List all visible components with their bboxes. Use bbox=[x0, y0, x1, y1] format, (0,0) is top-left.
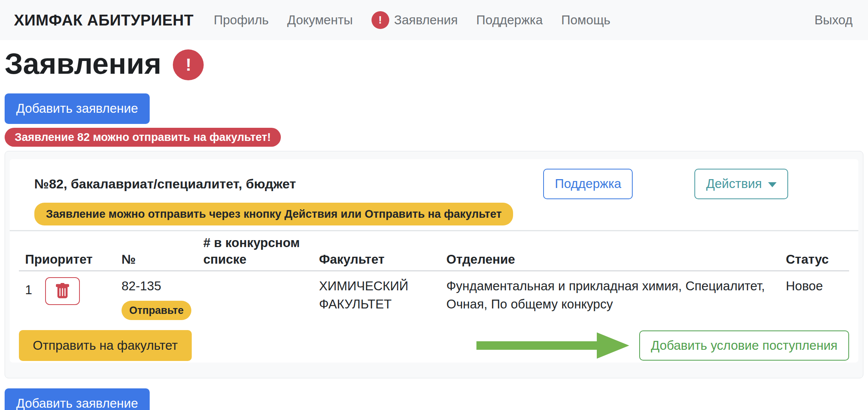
application-number: 82-135 bbox=[122, 277, 191, 295]
support-button[interactable]: Поддержка bbox=[543, 169, 633, 199]
navbar: ХИМФАК АБИТУРИЕНТ Профиль Документы ! За… bbox=[0, 0, 868, 40]
application-card: №82, бакалавриат/специалитет, бюджет Под… bbox=[5, 151, 863, 379]
page-alert-icon-glyph: ! bbox=[186, 55, 191, 75]
add-admission-condition-button[interactable]: Добавить условие поступления bbox=[639, 330, 849, 361]
actions-dropdown-button[interactable]: Действия bbox=[694, 169, 788, 199]
page-content: Заявления ! Добавить заявление Заявление… bbox=[0, 47, 868, 410]
nav-item-documents-label: Документы bbox=[287, 13, 353, 27]
actions-dropdown-label: Действия bbox=[706, 175, 762, 193]
header-priority: Приоритет bbox=[19, 231, 115, 271]
page-alert-icon: ! bbox=[173, 49, 204, 80]
add-application-button-bottom[interactable]: Добавить заявление bbox=[5, 388, 150, 410]
nav-item-profile[interactable]: Профиль bbox=[214, 13, 269, 27]
card-header-actions: Поддержка Действия bbox=[543, 169, 788, 199]
logout-link[interactable]: Выход bbox=[814, 13, 853, 27]
department-value: Фундаментальная и прикладная химия, Спец… bbox=[440, 271, 780, 324]
contest-rank-value bbox=[197, 271, 313, 324]
card-header: №82, бакалавриат/специалитет, бюджет Под… bbox=[10, 169, 858, 200]
alert-icon-glyph: ! bbox=[378, 14, 382, 26]
card-footer-actions: Отправить на факультет Добавить условие … bbox=[10, 330, 858, 361]
brand[interactable]: ХИМФАК АБИТУРИЕНТ bbox=[14, 12, 194, 29]
title-row: Заявления ! bbox=[5, 47, 863, 80]
trash-icon bbox=[54, 283, 71, 299]
chevron-down-icon bbox=[768, 182, 777, 187]
header-department: Отделение bbox=[440, 231, 780, 271]
delete-row-button[interactable] bbox=[45, 277, 80, 305]
footer-right-group: Добавить условие поступления bbox=[476, 330, 849, 361]
status-value: Новое bbox=[780, 271, 849, 324]
card-title: №82, бакалавриат/специалитет, бюджет bbox=[34, 176, 296, 191]
alert-pill-row: Заявление 82 можно отправить на факульте… bbox=[5, 124, 863, 147]
table-header-row: Приоритет № # в конкурсном списке Факуль… bbox=[19, 231, 849, 271]
nav-links: Профиль Документы ! Заявления Поддержка … bbox=[214, 11, 610, 29]
page-title: Заявления bbox=[5, 47, 161, 80]
send-row-badge: Отправьте bbox=[122, 301, 191, 320]
alert-icon: ! bbox=[372, 11, 389, 29]
applications-table: Приоритет № # в конкурсном списке Факуль… bbox=[19, 231, 849, 324]
application-panel: №82, бакалавриат/специалитет, бюджет Под… bbox=[10, 159, 858, 363]
nav-item-profile-label: Профиль bbox=[214, 13, 269, 27]
arrow-right-icon bbox=[476, 332, 631, 359]
send-to-faculty-button[interactable]: Отправить на факультет bbox=[19, 330, 192, 361]
alert-pill: Заявление 82 можно отправить на факульте… bbox=[5, 128, 281, 147]
notice-row: Заявление можно отправить через кнопку Д… bbox=[10, 203, 858, 225]
table-row: 1 82-135 Отправьте bbox=[19, 271, 849, 324]
header-number: № bbox=[115, 231, 197, 271]
nav-item-documents[interactable]: Документы bbox=[287, 13, 353, 27]
faculty-value: ХИМИЧЕСКИЙ ФАКУЛЬТЕТ bbox=[313, 271, 440, 324]
add-application-button-top[interactable]: Добавить заявление bbox=[5, 93, 150, 124]
header-status: Статус bbox=[780, 231, 849, 271]
header-contest-rank: # в конкурсном списке bbox=[197, 231, 313, 271]
header-faculty: Факультет bbox=[313, 231, 440, 271]
send-notice-badge: Заявление можно отправить через кнопку Д… bbox=[34, 203, 513, 225]
nav-item-applications[interactable]: ! Заявления bbox=[372, 11, 458, 29]
nav-item-help-label: Помощь bbox=[561, 13, 610, 27]
priority-value: 1 bbox=[25, 277, 32, 299]
priority-cell: 1 bbox=[25, 277, 109, 305]
nav-item-help[interactable]: Помощь bbox=[561, 13, 610, 27]
nav-item-support[interactable]: Поддержка bbox=[476, 13, 543, 27]
nav-item-applications-label: Заявления bbox=[394, 13, 458, 27]
nav-item-support-label: Поддержка bbox=[476, 13, 543, 27]
